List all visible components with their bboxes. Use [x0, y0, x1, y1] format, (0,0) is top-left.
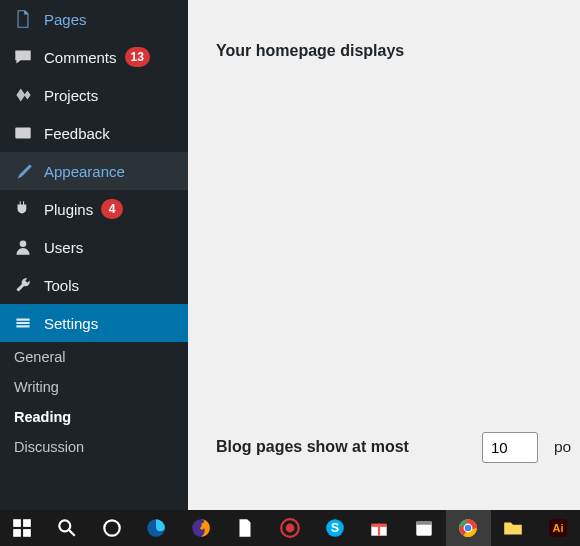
- sidebar-item-projects[interactable]: Projects: [0, 76, 188, 114]
- svg-text:Ai: Ai: [552, 522, 563, 534]
- file-icon: [234, 517, 256, 539]
- blog-pages-label: Blog pages show at most: [216, 438, 476, 456]
- svg-point-6: [59, 520, 70, 531]
- taskbar: S Ai: [0, 510, 580, 546]
- svg-rect-19: [416, 521, 431, 524]
- windows-icon: [11, 517, 33, 539]
- svg-point-1: [20, 240, 27, 247]
- comments-icon: [12, 46, 34, 68]
- svg-rect-3: [23, 519, 31, 527]
- sidebar-item-users[interactable]: Users: [0, 228, 188, 266]
- sidebar-item-label: Tools: [44, 277, 79, 294]
- sidebar-item-label: Projects: [44, 87, 98, 104]
- svg-rect-0: [15, 128, 30, 139]
- cortana-icon: [101, 517, 123, 539]
- search-button[interactable]: [45, 510, 90, 546]
- svg-rect-17: [378, 524, 380, 536]
- blog-pages-input[interactable]: [482, 432, 538, 463]
- taskbar-chrome[interactable]: [446, 510, 491, 546]
- pages-icon: [12, 8, 34, 30]
- taskbar-gift[interactable]: [357, 510, 402, 546]
- sidebar-item-pages[interactable]: Pages: [0, 0, 188, 38]
- svg-point-23: [465, 525, 472, 532]
- sidebar-item-comments[interactable]: Comments 13: [0, 38, 188, 76]
- svg-line-7: [69, 530, 75, 536]
- taskbar-illustrator[interactable]: Ai: [535, 510, 580, 546]
- record-icon: [279, 517, 301, 539]
- edge-icon: [145, 517, 167, 539]
- firefox-icon: [190, 517, 212, 539]
- settings-icon: [12, 312, 34, 334]
- sidebar-item-label: Pages: [44, 11, 87, 28]
- sidebar-item-label: Appearance: [44, 163, 125, 180]
- svg-point-12: [286, 524, 295, 533]
- sidebar-item-label: Settings: [44, 315, 98, 332]
- feedback-icon: [12, 122, 34, 144]
- tools-icon: [12, 274, 34, 296]
- settings-sub-general[interactable]: General: [0, 342, 188, 372]
- sidebar-item-plugins[interactable]: Plugins 4: [0, 190, 188, 228]
- folder-icon: [502, 517, 524, 539]
- sidebar-item-label: Plugins: [44, 201, 93, 218]
- svg-rect-4: [13, 529, 21, 537]
- taskbar-record[interactable]: [268, 510, 313, 546]
- gift-icon: [368, 517, 390, 539]
- svg-text:S: S: [331, 521, 339, 535]
- settings-sub-reading[interactable]: Reading: [0, 402, 188, 432]
- taskbar-skype[interactable]: S: [312, 510, 357, 546]
- svg-point-8: [104, 520, 119, 535]
- taskbar-calendar[interactable]: [401, 510, 446, 546]
- sidebar-item-label: Feedback: [44, 125, 110, 142]
- taskbar-file[interactable]: [223, 510, 268, 546]
- skype-icon: S: [324, 517, 346, 539]
- projects-icon: [12, 84, 34, 106]
- svg-rect-2: [13, 519, 21, 527]
- taskbar-firefox[interactable]: [178, 510, 223, 546]
- search-icon: [56, 517, 78, 539]
- illustrator-icon: Ai: [547, 517, 569, 539]
- comments-badge: 13: [125, 47, 150, 67]
- sidebar-item-appearance[interactable]: Appearance: [0, 152, 188, 190]
- sidebar-item-label: Users: [44, 239, 83, 256]
- sidebar-item-settings[interactable]: Settings: [0, 304, 188, 342]
- sidebar-item-feedback[interactable]: Feedback: [0, 114, 188, 152]
- blog-pages-unit: po: [554, 438, 571, 456]
- chrome-icon: [457, 517, 479, 539]
- appearance-icon: [12, 160, 34, 182]
- plugins-icon: [12, 198, 34, 220]
- plugins-badge: 4: [101, 199, 123, 219]
- start-button[interactable]: [0, 510, 45, 546]
- svg-rect-5: [23, 529, 31, 537]
- taskbar-explorer[interactable]: [491, 510, 536, 546]
- settings-sub-writing[interactable]: Writing: [0, 372, 188, 402]
- sidebar-item-label: Comments: [44, 49, 117, 66]
- cortana-button[interactable]: [89, 510, 134, 546]
- settings-sub-discussion[interactable]: Discussion: [0, 432, 188, 462]
- homepage-displays-label: Your homepage displays: [216, 42, 462, 60]
- users-icon: [12, 236, 34, 258]
- sidebar-item-tools[interactable]: Tools: [0, 266, 188, 304]
- taskbar-edge[interactable]: [134, 510, 179, 546]
- calendar-icon: [413, 517, 435, 539]
